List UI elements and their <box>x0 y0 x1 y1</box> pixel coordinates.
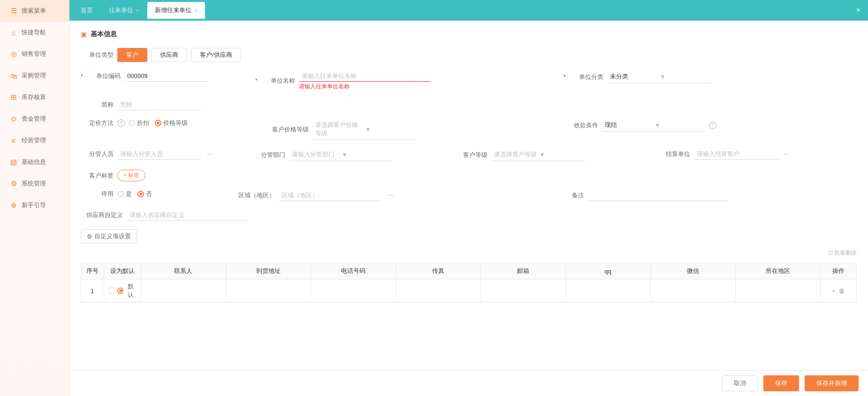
sidebar-item-label: 采购管理 <box>22 71 46 80</box>
cell-phone[interactable] <box>311 280 396 303</box>
sidebar-item-label: 系统管理 <box>22 179 46 188</box>
add-tag-button[interactable]: + 标签 <box>117 170 145 181</box>
tab-bar-close[interactable]: × <box>853 6 864 15</box>
disable-radio-group: 是 否 <box>117 190 152 198</box>
settlement-label: 结算单位 <box>662 150 690 158</box>
tab-new-partner[interactable]: 新增往来单位 × <box>147 2 205 19</box>
col-qq: qq <box>565 263 650 280</box>
price-level-label: 客户价格等级 <box>266 125 309 134</box>
phone-input[interactable] <box>316 286 391 296</box>
unit-name-input[interactable] <box>299 70 430 82</box>
custom-settings-row: ⚙ 自定义项设置 <box>81 229 857 243</box>
manager-more-btn[interactable]: ··· <box>206 150 215 158</box>
sidebar-item-basic[interactable]: ▤ 基础信息 <box>0 151 69 173</box>
abbr-label: 简称 <box>81 101 114 109</box>
fax-input[interactable] <box>401 286 476 296</box>
default-radio-circle <box>117 287 123 294</box>
pricing-help-icon[interactable]: ? <box>117 119 125 127</box>
sidebar-item-operations[interactable]: ≡ 经营管理 <box>0 130 69 151</box>
qq-input[interactable] <box>571 286 646 296</box>
tag-col: 客户标签 + 标签 <box>81 170 857 181</box>
cell-qq[interactable] <box>565 280 650 303</box>
settlement-input[interactable] <box>694 148 778 160</box>
region-more-btn[interactable]: ··· <box>386 191 396 200</box>
radio-discount[interactable]: 折扣 <box>129 119 149 127</box>
guide-icon: ⊕ <box>9 201 18 210</box>
price-level-select[interactable]: 请选择客户价格等级 ▼ <box>312 119 416 140</box>
dept-col: 分管部门 请输入分管部门 ▼ <box>250 148 452 161</box>
abbr-input[interactable] <box>117 99 202 110</box>
unit-btn-both[interactable]: 客户/供应商 <box>191 48 241 62</box>
save-button[interactable]: 保存 <box>763 375 799 391</box>
tab-close-partners[interactable]: × <box>136 8 139 13</box>
dept-label: 分管部门 <box>257 151 285 159</box>
cancel-button[interactable]: 取消 <box>722 375 758 391</box>
remark-input[interactable] <box>588 190 729 201</box>
tab-close-new-partner[interactable]: × <box>194 8 197 13</box>
finance-icon: ⊙ <box>9 115 18 123</box>
sidebar-item-search[interactable]: ☰ 搜索菜单 <box>0 0 69 22</box>
col-fax: 传真 <box>396 263 480 280</box>
region-input[interactable] <box>279 190 382 201</box>
dept-select[interactable]: 请输入分管部门 ▼ <box>289 148 392 161</box>
unit-code-input[interactable] <box>124 70 209 82</box>
col-seq: 序号 <box>81 263 104 280</box>
sidebar-item-system[interactable]: ⚙ 系统管理 <box>0 173 69 194</box>
sidebar-item-quick-nav[interactable]: ⌂ 快捷导航 <box>0 22 69 43</box>
manager-input[interactable] <box>117 148 202 160</box>
payment-terms-select[interactable]: 现结 ▼ <box>602 119 705 132</box>
supplier-custom-input[interactable] <box>127 210 249 221</box>
address-input[interactable] <box>231 286 306 296</box>
tab-home[interactable]: 首页 <box>73 2 100 19</box>
cell-region[interactable] <box>735 280 820 303</box>
payment-help-icon[interactable]: ? <box>709 122 716 129</box>
save-new-button[interactable]: 保存并新增 <box>805 375 859 391</box>
payment-terms-arrow: ▼ <box>655 122 702 129</box>
delete-row-icon[interactable]: 🗑 <box>838 287 845 295</box>
unit-name-col: * 单位名称 请输入往来单位名称 <box>240 70 548 91</box>
contact-input[interactable] <box>146 286 221 296</box>
customer-level-select[interactable]: 请选择客户等级 ▼ <box>491 148 585 161</box>
radio-price-level[interactable]: 价格等级 <box>155 119 188 127</box>
remark-label: 备注 <box>551 191 584 200</box>
sidebar-item-finance[interactable]: ⊙ 资金管理 <box>0 108 69 130</box>
gear-icon: ⚙ <box>87 233 92 240</box>
cell-email[interactable] <box>480 280 565 303</box>
footer-bar: 取消 保存 保存并新增 <box>69 370 868 396</box>
cell-fax[interactable] <box>396 280 480 303</box>
sidebar-item-guide[interactable]: ⊕ 新手引导 <box>0 194 69 216</box>
customer-level-placeholder: 请选择客户等级 <box>494 150 537 159</box>
unit-category-select[interactable]: 未分类 ▼ <box>607 70 710 83</box>
radio-disable-no[interactable]: 否 <box>137 190 152 198</box>
cell-wechat[interactable] <box>650 280 735 303</box>
custom-settings-button[interactable]: ⚙ 自定义项设置 <box>81 229 137 243</box>
search-menu-icon: ☰ <box>9 7 18 15</box>
customer-level-label: 客户等级 <box>459 151 487 159</box>
add-row-icon[interactable]: + <box>832 287 836 295</box>
region-table-input[interactable] <box>740 286 815 296</box>
unit-btn-supplier[interactable]: 供应商 <box>151 48 187 62</box>
tab-partners[interactable]: 往来单位 × <box>101 2 146 19</box>
settlement-more-btn[interactable]: ··· <box>782 150 792 158</box>
unit-type-label: 单位类型 <box>81 51 114 59</box>
unit-category-value: 未分类 <box>610 72 658 81</box>
sidebar-item-purchase[interactable]: 🛍 采购管理 <box>0 65 69 86</box>
content-area: ▣ 基本信息 单位类型 客户 供应商 客户/供应商 * 单位编码 <box>69 21 868 370</box>
sidebar-item-inventory[interactable]: ⊞ 库存核算 <box>0 86 69 108</box>
wechat-input[interactable] <box>655 286 731 296</box>
batch-delete-label[interactable]: ⊡ 批量删除 <box>81 247 857 259</box>
cell-address[interactable] <box>226 280 311 303</box>
section-title: 基本信息 <box>91 30 117 39</box>
default-radio[interactable]: 默认 <box>117 282 136 299</box>
email-input[interactable] <box>486 286 561 296</box>
disable-row: 停用 是 否 区域（地区） ··· <box>81 190 857 201</box>
system-icon: ⚙ <box>9 179 18 188</box>
unit-btn-customer[interactable]: 客户 <box>117 48 147 62</box>
cell-contact[interactable] <box>141 280 226 303</box>
sidebar-item-sales[interactable]: ◎ 销售管理 <box>0 43 69 65</box>
col-email: 邮箱 <box>480 263 565 280</box>
customer-level-arrow: ▼ <box>539 151 582 158</box>
unit-name-label: 单位名称 <box>262 77 295 85</box>
row-checkbox[interactable] <box>109 287 115 294</box>
radio-disable-yes[interactable]: 是 <box>117 190 132 198</box>
